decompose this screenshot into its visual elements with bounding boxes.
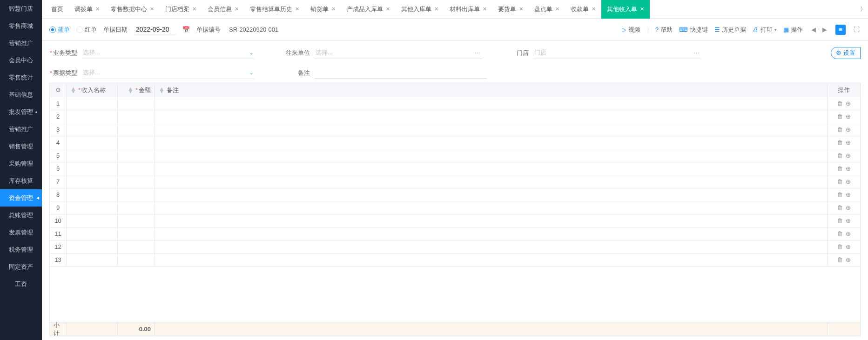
col-amount[interactable]: ▲▼*金额 xyxy=(118,83,155,97)
add-row-icon[interactable]: ⊕ xyxy=(846,178,851,185)
col-note[interactable]: ▲▼备注 xyxy=(155,83,828,97)
tab-other-income[interactable]: 其他收入单✕ xyxy=(601,0,650,19)
cell-amount[interactable] xyxy=(118,123,155,136)
cell-amount[interactable] xyxy=(118,136,155,149)
cell-note[interactable] xyxy=(155,227,828,240)
more-icon[interactable]: ⋯ xyxy=(475,49,481,56)
cell-name[interactable] xyxy=(67,240,118,253)
calendar-icon[interactable]: 📅 xyxy=(182,26,190,33)
close-icon[interactable]: ✕ xyxy=(434,6,438,12)
cell-note[interactable] xyxy=(155,201,828,214)
table-row[interactable]: 12🗑⊕ xyxy=(50,240,860,253)
cell-amount[interactable] xyxy=(118,253,155,266)
close-icon[interactable]: ✕ xyxy=(192,6,196,12)
sidebar-item-ledger[interactable]: 总账管理 xyxy=(0,207,42,224)
cell-amount[interactable] xyxy=(118,214,155,227)
store-select[interactable]: 门店⋯ xyxy=(533,47,701,59)
table-row[interactable]: 8🗑⊕ xyxy=(50,188,860,201)
table-row[interactable]: 2🗑⊕ xyxy=(50,110,860,123)
delete-icon[interactable]: 🗑 xyxy=(837,230,843,237)
tab-finished-in[interactable]: 产成品入库单✕ xyxy=(341,0,396,19)
nav-next-icon[interactable]: ▶ xyxy=(821,26,829,34)
tab-member-info[interactable]: 会员信息✕ xyxy=(202,0,244,19)
cell-name[interactable] xyxy=(67,227,118,240)
cell-note[interactable] xyxy=(155,240,828,253)
close-icon[interactable]: ✕ xyxy=(331,6,336,12)
cell-amount[interactable] xyxy=(118,240,155,253)
sidebar-item-member[interactable]: 会员中心 xyxy=(0,52,42,69)
sidebar-item-inventory[interactable]: 库存核算 xyxy=(0,172,42,189)
sidebar-item-salary[interactable]: 工资 xyxy=(0,275,42,293)
close-icon[interactable]: ✕ xyxy=(592,6,596,12)
tab-material-out[interactable]: 材料出库单✕ xyxy=(444,0,492,19)
cell-note[interactable] xyxy=(155,149,828,162)
sidebar-item-marketing[interactable]: 营销推广 xyxy=(0,34,42,52)
delete-icon[interactable]: 🗑 xyxy=(837,100,843,107)
delete-icon[interactable]: 🗑 xyxy=(837,217,843,224)
cell-note[interactable] xyxy=(155,253,828,266)
add-row-icon[interactable]: ⊕ xyxy=(846,100,851,107)
more-icon[interactable]: ⋯ xyxy=(693,49,700,56)
col-income-name[interactable]: ▲▼*收入名称 xyxy=(67,83,118,97)
close-icon[interactable]: ✕ xyxy=(150,6,154,12)
close-icon[interactable]: ✕ xyxy=(483,6,487,12)
table-row[interactable]: 4🗑⊕ xyxy=(50,136,860,149)
tabs-scroll-right[interactable]: 〉 xyxy=(860,0,866,19)
close-icon[interactable]: ✕ xyxy=(519,6,523,12)
invoice-select[interactable]: 选择...⌄ xyxy=(82,67,254,79)
nav-prev-icon[interactable]: ◀ xyxy=(809,26,818,34)
tab-retail-data[interactable]: 零售数据中心✕ xyxy=(105,0,160,19)
col-gear[interactable]: ⚙ xyxy=(50,83,67,97)
cell-note[interactable] xyxy=(155,188,828,201)
table-row[interactable]: 9🗑⊕ xyxy=(50,201,860,214)
sidebar-item-fixed-assets[interactable]: 固定资产 xyxy=(0,258,42,275)
radio-red[interactable]: 红单 xyxy=(76,26,97,34)
tab-sales-order[interactable]: 销货单✕ xyxy=(305,0,341,19)
biztype-select[interactable]: 选择...⌄ xyxy=(82,47,254,59)
tab-store-archive[interactable]: 门店档案✕ xyxy=(160,0,202,19)
sidebar-item-tax[interactable]: 税务管理 xyxy=(0,241,42,258)
cell-note[interactable] xyxy=(155,162,828,175)
sidebar-item-retail-mall[interactable]: 零售商城 xyxy=(0,17,42,34)
sidebar-item-purchase[interactable]: 采购管理 xyxy=(0,155,42,172)
delete-icon[interactable]: 🗑 xyxy=(837,126,843,133)
add-row-icon[interactable]: ⊕ xyxy=(846,139,851,146)
delete-icon[interactable]: 🗑 xyxy=(837,139,843,146)
close-icon[interactable]: ✕ xyxy=(555,6,559,12)
radio-blue[interactable]: 蓝单 xyxy=(49,26,70,34)
add-row-icon[interactable]: ⊕ xyxy=(846,230,851,237)
actions-link[interactable]: ▦操作 xyxy=(783,26,803,34)
sort-icon[interactable]: ▲▼ xyxy=(159,87,165,93)
sidebar-item-smart-store[interactable]: 智慧门店 xyxy=(0,0,42,17)
table-row[interactable]: 10🗑⊕ xyxy=(50,214,860,227)
cell-amount[interactable] xyxy=(118,149,155,162)
cell-note[interactable] xyxy=(155,136,828,149)
delete-icon[interactable]: 🗑 xyxy=(837,243,843,250)
expand-icon[interactable]: ⛶ xyxy=(852,26,861,34)
add-row-icon[interactable]: ⊕ xyxy=(846,204,851,211)
cell-name[interactable] xyxy=(67,253,118,266)
close-icon[interactable]: ✕ xyxy=(235,6,239,12)
table-row[interactable]: 7🗑⊕ xyxy=(50,175,860,188)
add-row-icon[interactable]: ⊕ xyxy=(846,165,851,172)
sidebar-item-marketing-2[interactable]: 营销推广 xyxy=(0,120,42,138)
partner-select[interactable]: 选择...⋯ xyxy=(315,47,482,59)
tab-settlement-history[interactable]: 零售结算单历史✕ xyxy=(244,0,305,19)
list-view-toggle[interactable]: ≡ xyxy=(835,25,846,35)
tab-receipt[interactable]: 收款单✕ xyxy=(565,0,601,19)
cell-name[interactable] xyxy=(67,97,118,110)
cell-amount[interactable] xyxy=(118,162,155,175)
cell-name[interactable] xyxy=(67,149,118,162)
gear-icon[interactable]: ⚙ xyxy=(55,87,61,93)
shortcut-link[interactable]: ⌨快捷键 xyxy=(679,26,708,34)
add-row-icon[interactable]: ⊕ xyxy=(846,243,851,250)
cell-amount[interactable] xyxy=(118,110,155,123)
sidebar-item-funds[interactable]: 资金管理 xyxy=(0,189,42,207)
sidebar-item-sales[interactable]: 销售管理 xyxy=(0,138,42,155)
table-row[interactable]: 5🗑⊕ xyxy=(50,149,860,162)
delete-icon[interactable]: 🗑 xyxy=(837,191,843,198)
cell-note[interactable] xyxy=(155,97,828,110)
cell-name[interactable] xyxy=(67,110,118,123)
sidebar-item-basic-info[interactable]: 基础信息 xyxy=(0,86,42,103)
tab-count[interactable]: 盘点单✕ xyxy=(529,0,565,19)
